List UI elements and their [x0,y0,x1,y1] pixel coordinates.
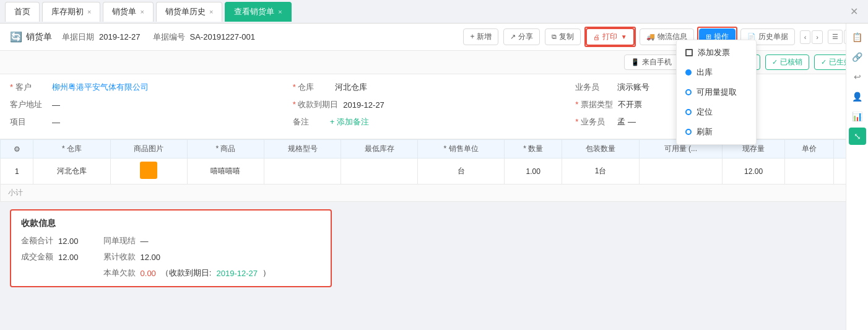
ticket-label: 票据类型 [575,99,613,110]
subtotal-label: 小计 [1,185,868,202]
th-qty: * 数量 [504,140,562,158]
dropdown-available-extract[interactable]: 可用量提取 [677,82,756,102]
tab-view-sales-close[interactable]: × [278,8,282,15]
th-price: 单价 [785,140,833,158]
tab-view-sales[interactable]: 查看销货单 × [225,2,291,22]
tab-inventory-init-close[interactable]: × [87,8,91,15]
cell-available [639,158,722,185]
th-image: 商品图片 [110,140,187,158]
cell-pkg-qty: 1台 [562,158,639,185]
tab-sales-order-close[interactable]: × [140,8,144,15]
list-view-button[interactable]: ☰ [828,30,843,44]
tab-inventory-init[interactable]: 库存期初 × [42,2,100,22]
dropdown-add-invoice[interactable]: 添加发票 [677,43,756,63]
product-image [140,162,157,179]
available-extract-icon [685,89,692,95]
staff2-label: 业务员 [575,116,612,128]
deal-value: 12.00 [58,253,79,262]
payment-col-left: 金额合计 12.00 成交金额 12.00 [21,235,79,279]
payment-info-box: 收款信息 金额合计 12.00 成交金额 12.00 同单现结 — 累计收款 1… [10,209,332,287]
staff-label: 业务员 [575,82,612,93]
payment-date-label: 收款到期日 [293,99,339,110]
th-unit: * 销售单位 [418,140,504,158]
cell-num: 1 [1,158,33,185]
sidebar-chart-icon[interactable]: 📊 [849,108,866,125]
new-button[interactable]: + 新增 [463,28,498,45]
payment-date-value: 2019-12-27 [338,100,389,110]
due-note2: ） [263,267,271,279]
table-row: 1 河北仓库 嘻嘻嘻嘻 台 1.00 1台 12.00 0. [1,158,868,185]
warehouse-field: 仓库 河北仓库 [293,82,576,93]
locate-icon [685,109,692,115]
close-window-button[interactable]: ✕ [845,3,863,20]
subtotal-row: 小计 [1,185,868,202]
sidebar-link-icon[interactable]: 🔗 [849,48,866,66]
due-note: （收款到期日: [161,267,212,279]
same-order-value: — [141,237,149,246]
total-value: 12.00 [58,237,79,246]
staff-value: 演示账号 [612,82,654,93]
operations-dropdown: 添加发票 出库 可用量提取 定位 刷新 [676,40,757,145]
tab-sales-order[interactable]: 销货单 × [103,2,153,22]
th-warehouse: * 仓库 [33,140,110,158]
copy-button[interactable]: ⧉ 复制 [545,28,581,45]
sidebar-expand-icon[interactable]: ⤡ [849,128,866,145]
add-invoice-icon [685,49,693,56]
print-button[interactable]: 🖨 打印 ▼ [586,28,635,46]
project-value: — [47,118,65,127]
th-settings[interactable]: ⚙ [1,140,33,158]
sidebar-user-icon[interactable]: 👤 [849,88,866,105]
dropdown-refresh[interactable]: 刷新 [677,122,756,142]
staff2-value: 孟 — [612,116,641,128]
payment-title: 收款信息 [21,218,321,229]
doc-actions: + 新增 ↗ 分享 ⧉ 复制 🖨 打印 ▼ 🚚 物流信息 ⊞ 操作 📄 [463,28,858,46]
share-button[interactable]: ↗ 分享 [503,28,540,45]
prev-button[interactable]: ‹ [800,30,811,44]
tab-sales-history[interactable]: 销货单历史 × [156,2,222,22]
cumulative-label: 累计收款 [103,251,136,263]
customer-field: 客户 柳州粤港平安气体有限公司 [10,82,293,93]
project-label: 项目 [10,116,47,128]
add-note-button[interactable]: + 添加备注 [330,116,369,128]
sidebar-doc-icon[interactable]: 📋 [849,28,866,46]
same-order-row: 同单现结 — [103,235,271,246]
payment-deal-row: 成交金额 12.00 [21,251,79,263]
dropdown-locate[interactable]: 定位 [677,102,756,122]
tab-home[interactable]: 首页 [5,2,40,22]
address-value: — [47,100,65,110]
from-mobile-button[interactable]: 📱 来自手机 [624,54,679,70]
doc-date: 单据日期 2019-12-27 [62,32,141,43]
due-row: 本单欠款 0.00 （收款到期日: 2019-12-27 ） [103,267,271,279]
cell-min-stock [341,158,418,185]
same-order-label: 同单现结 [103,235,136,246]
dropdown-outbound[interactable]: 出库 [677,63,756,82]
table-container: ⚙ * 仓库 商品图片 * 商品 规格型号 最低库存 * 销售单位 * 数量 包… [0,139,868,202]
ticket-value: 不开票 [613,99,647,110]
doc-number: 单据编号 SA-20191227-001 [153,32,256,43]
sidebar-return-icon[interactable]: ↩ [849,68,866,85]
customer-label: 客户 [10,82,47,93]
tab-bar: 首页 库存期初 × 销货单 × 销货单历史 × 查看销货单 × ✕ [0,0,868,24]
cell-product: 嘻嘻嘻嘻 [187,158,264,185]
warehouse-label: 仓库 [293,82,330,93]
tab-sales-history-close[interactable]: × [209,8,213,15]
cumulative-row: 累计收款 12.00 [103,251,271,263]
customer-value[interactable]: 柳州粤港平安气体有限公司 [47,82,154,93]
due-date: 2019-12-27 [216,269,258,278]
th-min-stock: 最低库存 [341,140,418,158]
next-button[interactable]: › [812,30,823,44]
outbound-icon [685,69,692,76]
payment-total-row: 金额合计 12.00 [21,235,79,246]
cancelled-badge[interactable]: ✓ 已核销 [765,54,809,70]
deal-label: 成交金额 [21,251,53,263]
doc-type: 🔄 销货单 [10,31,52,43]
cell-spec [264,158,341,185]
refresh-icon [685,129,692,135]
th-pkg-qty: 包装数量 [562,140,639,158]
cell-img [110,158,187,185]
due-value: 0.00 [141,269,156,278]
payment-rows: 金额合计 12.00 成交金额 12.00 同单现结 — 累计收款 12.00 … [21,235,321,279]
nav-arrows: ‹ › [800,30,823,44]
cell-stock: 12.00 [723,158,785,185]
payment-col-right: 同单现结 — 累计收款 12.00 本单欠款 0.00 （收款到期日: 2019… [103,235,271,279]
